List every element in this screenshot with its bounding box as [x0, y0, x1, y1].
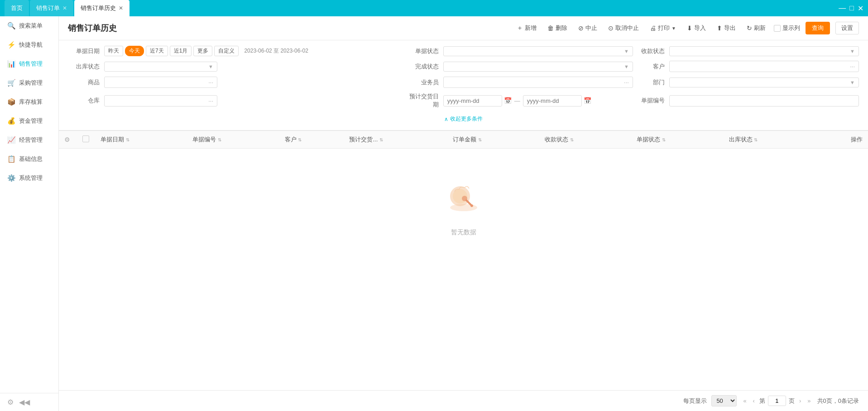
- sidebar-item-sales-mgmt[interactable]: 📊 销售管理: [0, 54, 58, 73]
- sidebar-item-basic-info[interactable]: 📋 基础信息: [0, 150, 58, 169]
- delivery-status-chevron: ▼: [208, 64, 213, 69]
- tab-sales-order-history-close[interactable]: ✕: [119, 5, 123, 11]
- th-customer-label: 客户: [285, 136, 297, 143]
- add-button[interactable]: ＋ 新增: [514, 22, 539, 34]
- th-delivery-status-label: 出库状态: [729, 136, 753, 143]
- collapse-up-icon: ∧: [444, 116, 448, 122]
- query-button[interactable]: 查询: [806, 22, 830, 34]
- filter-col-doc-status: 单据状态 ▼: [407, 46, 633, 56]
- table-settings-icon[interactable]: ⚙: [64, 136, 70, 143]
- tab-sales-order-label: 销售订单: [36, 4, 60, 12]
- sort-delivery-status-icon: ⇅: [754, 137, 758, 142]
- sidebar-item-inventory[interactable]: 📦 库存核算: [0, 92, 58, 111]
- prev-page-btn[interactable]: ‹: [751, 396, 757, 405]
- tab-sales-order[interactable]: 销售订单 ✕: [30, 0, 73, 16]
- select-all-checkbox[interactable]: [82, 135, 89, 142]
- sidebar-item-system-mgmt[interactable]: ⚙️ 系统管理: [0, 169, 58, 188]
- th-date[interactable]: 单据日期 ⇅: [95, 131, 187, 149]
- sidebar-item-search-menu[interactable]: 🔍 搜索菜单: [0, 16, 58, 35]
- calendar-end-icon[interactable]: 📅: [584, 97, 591, 104]
- sort-customer-icon: ⇅: [298, 137, 302, 142]
- date-separator: —: [514, 97, 520, 104]
- delivery-date-end[interactable]: [523, 95, 582, 106]
- minimize-btn[interactable]: —: [839, 4, 846, 12]
- delete-button[interactable]: 🗑 删除: [545, 22, 570, 34]
- doc-number-label: 单据编号: [633, 97, 669, 105]
- delivery-status-select[interactable]: ▼: [104, 62, 217, 72]
- customer-label: 客户: [633, 63, 669, 71]
- th-checkbox: [77, 131, 95, 149]
- th-doc-status[interactable]: 单据状态 ⇅: [631, 131, 723, 149]
- date-btn-7days[interactable]: 近7天: [146, 46, 168, 56]
- display-cols-cb[interactable]: [774, 25, 781, 32]
- product-dots[interactable]: ···: [208, 79, 213, 86]
- th-payment-status[interactable]: 收款状态 ⇅: [539, 131, 631, 149]
- th-customer[interactable]: 客户 ⇅: [279, 131, 344, 149]
- th-delivery-label: 预计交货...: [349, 136, 378, 143]
- window-controls: — □ ✕: [839, 4, 863, 13]
- settings-button[interactable]: 设置: [835, 22, 859, 34]
- refresh-button[interactable]: ↻ 刷新: [744, 22, 768, 34]
- date-btn-1month[interactable]: 近1月: [170, 46, 192, 56]
- sort-date-icon: ⇅: [126, 137, 129, 142]
- th-amount-label: 订单金额: [453, 136, 476, 143]
- display-cols-checkbox[interactable]: 显示列: [774, 24, 800, 32]
- first-page-btn[interactable]: «: [741, 396, 748, 405]
- doc-number-input[interactable]: [673, 97, 855, 104]
- calendar-start-icon[interactable]: 📅: [504, 97, 512, 104]
- page-input[interactable]: [768, 396, 786, 406]
- sidebar-item-quick-nav[interactable]: ⚡ 快捷导航: [0, 35, 58, 54]
- tab-sales-order-history[interactable]: 销售订单历史 ✕: [74, 0, 129, 16]
- sidebar-item-finance[interactable]: 💰 资金管理: [0, 111, 58, 131]
- date-btn-more[interactable]: 更多: [193, 46, 212, 56]
- th-number[interactable]: 单据编号 ⇅: [187, 131, 279, 149]
- th-delivery[interactable]: 预计交货... ⇅: [344, 131, 447, 149]
- tab-home-label: 首页: [11, 4, 23, 12]
- total-text: 共0页，0条记录: [817, 397, 859, 405]
- th-delivery-status[interactable]: 出库状态 ⇅: [724, 131, 815, 149]
- salesperson-label: 业务员: [407, 78, 443, 87]
- date-btn-today[interactable]: 今天: [125, 46, 144, 56]
- collapse-button[interactable]: ∧ 收起更多条件: [68, 113, 859, 125]
- doc-status-select[interactable]: ▼: [443, 46, 633, 56]
- salesperson-dots[interactable]: ···: [624, 79, 629, 86]
- payment-status-select[interactable]: ▼: [669, 46, 859, 56]
- maximize-btn[interactable]: □: [849, 4, 854, 12]
- search-menu-icon: 🔍: [7, 22, 15, 30]
- stop-button[interactable]: ⊘ 中止: [575, 22, 600, 34]
- next-page-btn[interactable]: ›: [797, 396, 803, 405]
- last-page-btn[interactable]: »: [806, 396, 812, 405]
- export-button[interactable]: ⬆ 导出: [714, 22, 739, 34]
- date-btn-custom[interactable]: 自定义: [214, 46, 239, 56]
- cancel-stop-button[interactable]: ⊙ 取消中止: [605, 22, 642, 34]
- th-amount[interactable]: 订单金额 ⇅: [447, 131, 539, 149]
- per-page-select[interactable]: 50 10 20 100: [711, 395, 737, 406]
- delete-icon: 🗑: [547, 24, 554, 32]
- print-button[interactable]: 🖨 打印 ▼: [647, 22, 679, 34]
- stop-label: 中止: [585, 24, 597, 32]
- warehouse-dots[interactable]: ···: [208, 97, 213, 104]
- tab-home[interactable]: 首页: [5, 0, 29, 16]
- basic-info-icon: 📋: [7, 155, 15, 163]
- sidebar-item-purchase-mgmt[interactable]: 🛒 采购管理: [0, 73, 58, 92]
- date-btn-yesterday[interactable]: 昨天: [104, 46, 123, 56]
- sidebar-item-operations[interactable]: 📈 经营管理: [0, 131, 58, 150]
- complete-status-select[interactable]: ▼: [443, 62, 633, 72]
- cancel-stop-label: 取消中止: [615, 24, 639, 32]
- sort-amount-icon: ⇅: [478, 137, 482, 142]
- sidebar-bottom: ⚙ ◀◀: [0, 393, 58, 411]
- close-btn[interactable]: ✕: [858, 4, 863, 13]
- warehouse-label: 仓库: [68, 97, 104, 105]
- stop-icon: ⊘: [578, 24, 584, 32]
- sidebar-settings-icon[interactable]: ⚙: [7, 398, 14, 406]
- delivery-date-start[interactable]: [443, 95, 502, 106]
- customer-dots[interactable]: ···: [850, 63, 855, 70]
- delivery-status-label: 出库状态: [68, 63, 104, 71]
- sidebar-collapse-icon[interactable]: ◀◀: [19, 398, 30, 406]
- department-select[interactable]: ▼: [669, 77, 859, 87]
- import-button[interactable]: ⬇ 导入: [684, 22, 709, 34]
- complete-status-chevron: ▼: [624, 64, 629, 69]
- tab-sales-order-close[interactable]: ✕: [62, 5, 67, 11]
- sidebar-item-basic-info-label: 基础信息: [19, 155, 43, 163]
- toolbar: ＋ 新增 🗑 删除 ⊘ 中止 ⊙ 取消中止 🖨 打印: [514, 22, 859, 34]
